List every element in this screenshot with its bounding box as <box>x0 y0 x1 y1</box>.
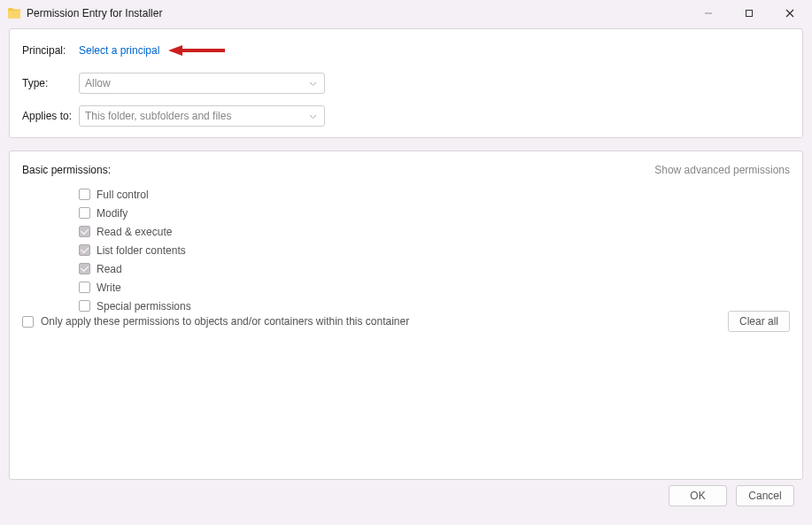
folder-icon <box>7 6 21 20</box>
permission-row: List folder contents <box>79 241 790 259</box>
permission-row: Modify <box>79 204 790 222</box>
permission-row: Read <box>79 259 790 278</box>
principal-label: Principal: <box>22 44 79 57</box>
ok-button[interactable]: OK <box>669 485 727 506</box>
type-value: Allow <box>85 77 111 89</box>
permission-label: Modify <box>97 207 128 220</box>
close-button[interactable] <box>769 0 810 27</box>
basic-permissions-title: Basic permissions: <box>22 164 111 176</box>
applies-to-select[interactable]: This folder, subfolders and files <box>79 105 325 127</box>
type-select[interactable]: Allow <box>79 73 325 94</box>
permission-checkbox[interactable] <box>79 189 90 200</box>
permission-checkbox[interactable] <box>79 207 90 219</box>
chevron-down-icon <box>309 77 317 89</box>
cancel-button[interactable]: Cancel <box>736 485 794 506</box>
principal-panel: Principal: Select a principal Type: Allo… <box>9 28 803 138</box>
permission-checkbox[interactable] <box>79 282 90 293</box>
chevron-down-icon <box>309 110 317 122</box>
permissions-list: Full controlModifyRead & executeList fol… <box>79 185 790 315</box>
only-apply-label: Only apply these permissions to objects … <box>41 315 409 328</box>
window-controls <box>688 0 810 27</box>
minimize-button[interactable] <box>688 0 729 27</box>
permission-label: Write <box>97 282 121 294</box>
only-apply-checkbox[interactable] <box>22 316 34 328</box>
type-label: Type: <box>22 77 79 89</box>
permission-checkbox[interactable] <box>79 263 90 274</box>
permission-label: Full control <box>97 189 149 201</box>
clear-all-button[interactable]: Clear all <box>728 311 790 332</box>
permission-label: Read & execute <box>97 226 172 238</box>
only-apply-row: Only apply these permissions to objects … <box>22 315 409 328</box>
permission-row: Full control <box>79 185 790 204</box>
applies-to-label: Applies to: <box>22 110 79 122</box>
permission-checkbox[interactable] <box>79 226 90 237</box>
svg-rect-1 <box>746 11 753 17</box>
select-principal-link[interactable]: Select a principal <box>79 44 159 57</box>
permission-row: Write <box>79 278 790 297</box>
show-advanced-permissions-link[interactable]: Show advanced permissions <box>654 164 790 176</box>
titlebar: Permission Entry for Installer <box>0 0 812 27</box>
arrow-annotation <box>168 43 225 58</box>
svg-marker-5 <box>168 45 182 56</box>
applies-to-value: This folder, subfolders and files <box>85 110 231 122</box>
permission-label: Read <box>97 263 122 275</box>
permissions-panel: Basic permissions: Show advanced permiss… <box>9 151 803 480</box>
window-title: Permission Entry for Installer <box>27 7 688 19</box>
permission-row: Read & execute <box>79 222 790 241</box>
permission-checkbox[interactable] <box>79 244 90 256</box>
permission-label: List folder contents <box>97 244 186 257</box>
dialog-buttons: OK Cancel <box>9 485 803 506</box>
maximize-button[interactable] <box>729 0 769 27</box>
